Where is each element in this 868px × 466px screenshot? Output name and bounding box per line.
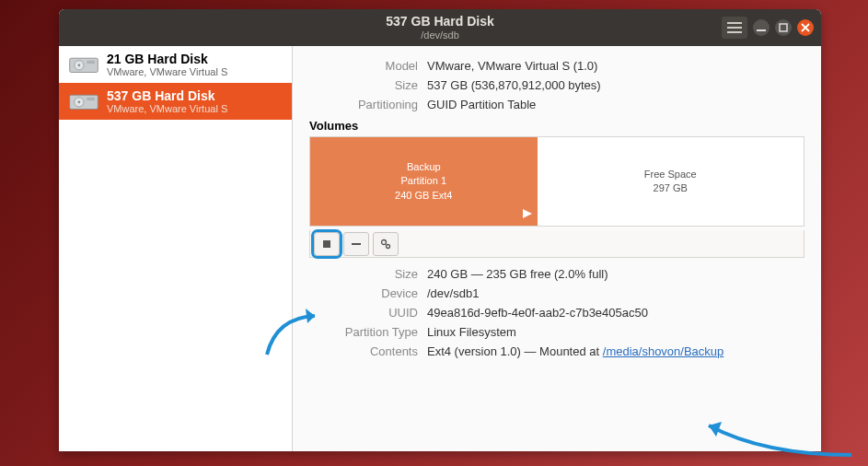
svg-rect-2 (727, 31, 742, 33)
vol-pt-label: Partition Type (309, 325, 418, 339)
partitioning-value: GUID Partition Table (427, 98, 536, 111)
svg-rect-12 (87, 98, 95, 100)
content-pane: ModelVMware, VMware Virtual S (1.0) Size… (293, 46, 821, 451)
harddisk-icon (68, 53, 99, 76)
volumes-heading: Volumes (309, 119, 804, 133)
partitioning-label: Partitioning (309, 98, 418, 111)
titlebar: 537 GB Hard Disk /dev/sdb (59, 9, 821, 46)
svg-rect-4 (780, 24, 787, 31)
vol-size-value: 240 GB — 235 GB free (2.0% full) (427, 267, 608, 281)
close-icon (801, 23, 810, 32)
vol-device-value: /dev/sdb1 (427, 286, 479, 300)
size-value: 537 GB (536,870,912,000 bytes) (427, 78, 601, 92)
partition-free-space[interactable]: Free Space 297 GB (538, 137, 804, 226)
delete-partition-button[interactable] (343, 232, 369, 256)
vol-pt-value: Linux Filesystem (427, 325, 516, 339)
vol-contents-value: Ext4 (version 1.0) — Mounted at /media/s… (427, 344, 723, 358)
free-space-label: Free Space (644, 168, 697, 181)
partition-options-button[interactable] (373, 232, 399, 256)
menu-button[interactable] (722, 17, 747, 39)
minus-icon (351, 239, 362, 250)
minimize-button[interactable] (753, 19, 770, 36)
disk-sub: VMware, VMware Virtual S (107, 66, 227, 77)
svg-rect-14 (323, 240, 330, 248)
window-title: 537 GB Hard Disk (59, 14, 821, 29)
mount-indicator-icon (523, 208, 532, 222)
free-space-size: 297 GB (654, 181, 688, 195)
vol-uuid-value: 49ea816d-9efb-4e0f-aab2-c7b3e405ac50 (427, 306, 648, 320)
volumes-bar: Backup Partition 1 240 GB Ext4 Free Spac… (309, 136, 804, 227)
hamburger-icon (727, 20, 742, 35)
svg-point-17 (387, 244, 390, 248)
unmount-button[interactable] (314, 232, 340, 256)
svg-rect-3 (757, 29, 766, 31)
model-label: Model (309, 59, 418, 73)
disks-window: 537 GB Hard Disk /dev/sdb (59, 9, 821, 451)
sidebar-item-disk-0[interactable]: 21 GB Hard Disk VMware, VMware Virtual S (59, 46, 292, 83)
disk-sidebar: 21 GB Hard Disk VMware, VMware Virtual S… (59, 46, 293, 451)
partition-backup[interactable]: Backup Partition 1 240 GB Ext4 (310, 137, 538, 226)
vol-size-label: Size (309, 267, 418, 281)
vol-contents-label: Contents (309, 344, 418, 358)
disk-title: 537 GB Hard Disk (107, 88, 227, 103)
window-subtitle: /dev/sdb (59, 29, 821, 41)
contents-prefix: Ext4 (version 1.0) — Mounted at (427, 344, 603, 358)
partition-fs: 240 GB Ext4 (395, 189, 452, 203)
close-button[interactable] (797, 19, 814, 36)
disk-sub: VMware, VMware Virtual S (107, 103, 227, 114)
vol-device-label: Device (309, 286, 418, 300)
model-value: VMware, VMware Virtual S (1.0) (427, 59, 597, 73)
size-label: Size (309, 78, 418, 92)
svg-rect-1 (727, 27, 742, 29)
disk-title: 21 GB Hard Disk (107, 52, 227, 66)
minimize-icon (757, 23, 766, 32)
svg-point-7 (78, 64, 81, 67)
stop-icon (321, 239, 332, 250)
svg-point-11 (78, 101, 81, 104)
partition-name: Backup (407, 160, 441, 174)
gears-icon (380, 239, 391, 250)
svg-rect-8 (87, 61, 95, 64)
maximize-button[interactable] (775, 19, 792, 36)
harddisk-icon (68, 90, 99, 112)
mount-path-link[interactable]: /media/shovon/Backup (603, 344, 724, 358)
volume-toolbar (309, 230, 804, 258)
svg-point-16 (382, 239, 387, 244)
svg-marker-13 (523, 209, 532, 218)
maximize-icon (779, 23, 788, 32)
svg-rect-0 (727, 22, 742, 24)
svg-rect-15 (352, 243, 361, 245)
sidebar-item-disk-1[interactable]: 537 GB Hard Disk VMware, VMware Virtual … (59, 83, 292, 120)
vol-uuid-label: UUID (309, 306, 418, 320)
partition-number: Partition 1 (401, 174, 447, 188)
volume-details: Size240 GB — 235 GB free (2.0% full) Dev… (309, 267, 804, 358)
